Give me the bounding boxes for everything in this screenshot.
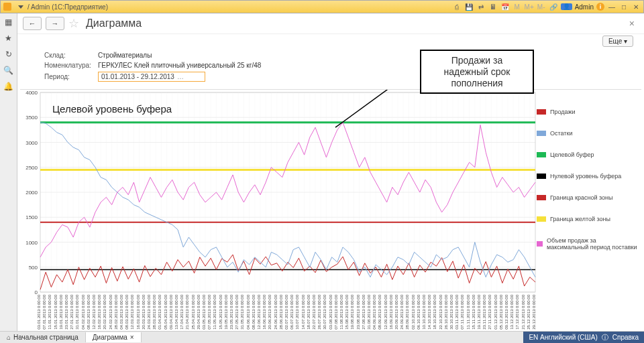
print-icon[interactable]: ⎙ [452, 2, 462, 11]
svg-text:19.01.2013 0:00:00: 19.01.2013 0:00:00 [59, 294, 63, 329]
maximize-icon[interactable]: □ [619, 2, 629, 11]
svg-text:20.02.2013 0:00:00: 20.02.2013 0:00:00 [103, 294, 107, 329]
svg-text:04.09.2013 0:00:00: 04.09.2013 0:00:00 [372, 294, 376, 329]
legend-swatch [537, 241, 543, 247]
svg-text:15.11.2013 0:00:00: 15.11.2013 0:00:00 [472, 294, 476, 329]
legend-swatch [537, 174, 546, 179]
tab-diagram[interactable]: Диаграмма × [86, 332, 142, 342]
info-icon[interactable]: i [596, 3, 604, 11]
svg-text:21.04.2013 0:00:00: 21.04.2013 0:00:00 [185, 294, 189, 329]
history-icon[interactable]: ↻ [3, 48, 15, 60]
svg-text:3500: 3500 [25, 115, 38, 121]
svg-text:15.01.2013 0:00:00: 15.01.2013 0:00:00 [54, 294, 58, 329]
notify-icon[interactable]: 🔔 [3, 80, 15, 92]
svg-text:08.06.2013 0:00:00: 08.06.2013 0:00:00 [252, 294, 256, 329]
search-icon[interactable]: 🔍 [3, 64, 15, 76]
back-button[interactable]: ← [23, 17, 42, 30]
svg-text:28.02.2013 0:00:00: 28.02.2013 0:00:00 [114, 294, 118, 329]
svg-text:23.08.2013 0:00:00: 23.08.2013 0:00:00 [356, 294, 360, 329]
svg-text:24.09.2013 0:00:00: 24.09.2013 0:00:00 [400, 294, 404, 329]
user-name: Admin [575, 3, 594, 11]
svg-text:24.06.2013 0:00:00: 24.06.2013 0:00:00 [274, 294, 278, 329]
svg-text:27.01.2013 0:00:00: 27.01.2013 0:00:00 [70, 294, 74, 329]
legend-label: Нулевой уровень буфера [550, 173, 621, 180]
legend-label: Целевой буфер [550, 151, 594, 158]
svg-text:21.12.2013 0:00:00: 21.12.2013 0:00:00 [521, 294, 525, 329]
svg-text:15.08.2013 0:00:00: 15.08.2013 0:00:00 [345, 294, 349, 329]
home-icon: ⌂ [7, 334, 11, 341]
period-value: 01.01.2013 - 29.12.2013 [101, 73, 174, 80]
svg-text:03.05.2013 0:00:00: 03.05.2013 0:00:00 [202, 294, 206, 329]
m-icon[interactable]: M [513, 2, 522, 11]
mplus-icon[interactable]: M+ [525, 2, 534, 11]
save-icon[interactable]: 💾 [464, 2, 474, 11]
help-label[interactable]: Справка [612, 334, 639, 341]
svg-text:11.01.2013 0:00:00: 11.01.2013 0:00:00 [48, 294, 52, 329]
svg-text:26.07.2013 0:00:00: 26.07.2013 0:00:00 [317, 294, 321, 329]
svg-text:28.09.2013 0:00:00: 28.09.2013 0:00:00 [405, 294, 409, 329]
svg-text:11.05.2013 0:00:00: 11.05.2013 0:00:00 [213, 294, 217, 329]
legend-label: Объем продаж за максимальный период пост… [547, 237, 637, 251]
sales-annotation-box: Продажи за надежный срок пополнения [420, 50, 534, 94]
mminus-icon[interactable]: M- [537, 2, 546, 11]
window-titlebar: / Admin (1С:Предприятие) ⎙ 💾 ⇄ 🖩 📅 M M+ … [0, 0, 644, 13]
chart-legend: ПродажиОстаткиЦелевой буферНулевой урове… [537, 109, 637, 265]
app-icon [3, 3, 11, 11]
page-header: ← → ☆ Диаграмма × [17, 13, 644, 34]
svg-text:4000: 4000 [25, 90, 38, 96]
svg-text:12.03.2013 0:00:00: 12.03.2013 0:00:00 [130, 294, 134, 329]
svg-text:20.06.2013 0:00:00: 20.06.2013 0:00:00 [268, 294, 272, 329]
legend-swatch [537, 216, 546, 222]
svg-text:2500: 2500 [25, 165, 38, 171]
link-icon[interactable]: 🔗 [549, 2, 558, 11]
svg-text:30.07.2013 0:00:00: 30.07.2013 0:00:00 [323, 294, 327, 329]
more-button[interactable]: Еще ▾ [602, 36, 633, 47]
lang-indicator[interactable]: EN Английский (США) [529, 334, 597, 341]
svg-text:12.02.2013 0:00:00: 12.02.2013 0:00:00 [92, 294, 96, 329]
svg-text:30.10.2013 0:00:00: 30.10.2013 0:00:00 [449, 294, 453, 329]
favorite-icon[interactable]: ★ [3, 32, 15, 44]
legend-swatch [537, 131, 546, 136]
period-picker-icon[interactable]: … [177, 73, 184, 80]
apps-icon[interactable]: ▦ [3, 16, 15, 28]
svg-text:20.09.2013 0:00:00: 20.09.2013 0:00:00 [394, 294, 398, 329]
nomen-label: Номенклатура: [42, 61, 94, 70]
compare-icon[interactable]: ⇄ [476, 2, 486, 11]
legend-item: Граница красной зоны [537, 194, 637, 201]
legend-item: Нулевой уровень буфера [537, 173, 637, 180]
svg-text:07.05.2013 0:00:00: 07.05.2013 0:00:00 [207, 294, 211, 329]
svg-text:29.12.2013 0:00:00: 29.12.2013 0:00:00 [532, 294, 536, 329]
close-icon[interactable]: ✕ [631, 2, 641, 11]
legend-item: Остатки [537, 130, 637, 137]
svg-text:14.07.2013 0:00:00: 14.07.2013 0:00:00 [301, 294, 305, 329]
svg-text:03.08.2013 0:00:00: 03.08.2013 0:00:00 [329, 294, 333, 329]
svg-text:01.12.2013 0:00:00: 01.12.2013 0:00:00 [494, 294, 498, 329]
svg-text:14.10.2013 0:00:00: 14.10.2013 0:00:00 [427, 294, 431, 329]
minimize-icon[interactable]: — [607, 2, 616, 11]
tab-home[interactable]: ⌂ Начальная страница [0, 332, 86, 342]
calendar-icon[interactable]: 📅 [500, 2, 510, 11]
user-badge-icon: 👤 [561, 3, 572, 10]
svg-text:08.02.2013 0:00:00: 08.02.2013 0:00:00 [87, 294, 91, 329]
svg-text:01.04.2013 0:00:00: 01.04.2013 0:00:00 [158, 294, 162, 329]
tab-close-icon[interactable]: × [130, 334, 134, 341]
help-icon[interactable]: ⓘ [602, 333, 608, 342]
forward-button[interactable]: → [46, 17, 64, 30]
favorite-star-icon[interactable]: ☆ [68, 16, 79, 31]
legend-label: Остатки [550, 130, 572, 137]
svg-text:22.10.2013 0:00:00: 22.10.2013 0:00:00 [439, 294, 443, 329]
svg-text:31.08.2013 0:00:00: 31.08.2013 0:00:00 [367, 294, 371, 329]
calc-icon[interactable]: 🖩 [488, 2, 498, 11]
svg-text:16.03.2013 0:00:00: 16.03.2013 0:00:00 [136, 294, 140, 329]
svg-text:13.04.2013 0:00:00: 13.04.2013 0:00:00 [174, 294, 178, 329]
period-input[interactable]: 01.01.2013 - 29.12.2013 … [98, 72, 205, 82]
svg-text:25.12.2013 0:00:00: 25.12.2013 0:00:00 [527, 294, 531, 329]
history-dropdown-icon[interactable] [18, 5, 23, 9]
page-close-icon[interactable]: × [629, 18, 639, 29]
svg-text:04.03.2013 0:00:00: 04.03.2013 0:00:00 [119, 294, 123, 329]
svg-text:500: 500 [29, 265, 38, 271]
svg-text:16.06.2013 0:00:00: 16.06.2013 0:00:00 [262, 294, 266, 329]
nomen-value: ГЕРКУЛЕС Клей плиточный универсальный 25… [95, 61, 264, 70]
svg-text:0: 0 [35, 289, 38, 295]
status-bar: EN Английский (США) ⓘ Справка [523, 332, 644, 344]
